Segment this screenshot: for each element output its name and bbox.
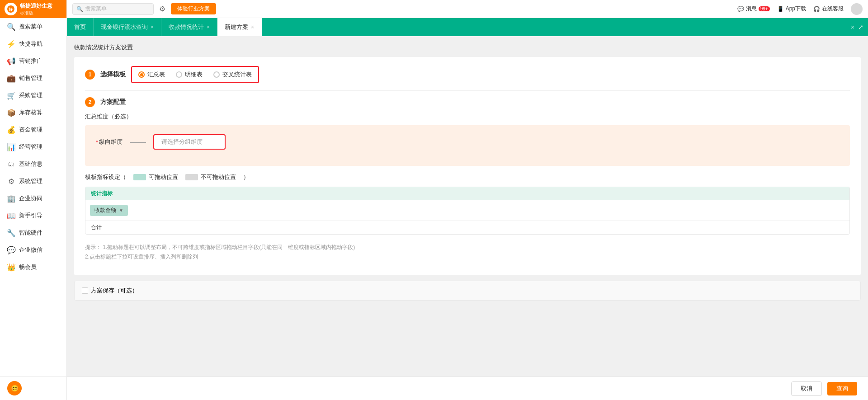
management-icon: 📊 [7, 143, 15, 151]
footer: 取消 查询 [67, 376, 868, 400]
step2-header: 2 方案配置 [85, 97, 850, 107]
bottom-save-section: 方案保存（可选） [74, 281, 861, 301]
tab-new-plan[interactable]: 新建方案 × [217, 18, 262, 36]
sidebar-item-basic[interactable]: 🗂 基础信息 [0, 155, 66, 173]
trial-button[interactable]: 体验行业方案 [171, 3, 216, 14]
dimension-section-label: 汇总维度（必选） [85, 113, 850, 121]
user-avatar: 😊 [7, 381, 22, 395]
save-checkbox-label: 方案保存（可选） [91, 287, 138, 295]
radio-detail[interactable]: 明细表 [176, 71, 203, 79]
tabs-bar: 首页 现金银行流水查询 × 收款情况统计 × 新建方案 × × ⤢ [67, 18, 868, 36]
logo-text: 畅捷通好生意 标准版 [20, 2, 52, 16]
tab-close-icon[interactable]: × [251, 24, 254, 30]
search-bar: 🔍 搜索菜单 [72, 3, 154, 15]
basic-icon: 🗂 [7, 160, 15, 168]
chevron-down-icon: ▼ [119, 208, 123, 213]
main-area: 🔍 搜索菜单 ⚙ 体验行业方案 💬 消息 99+ 📱 App下载 🎧 在线客服 … [67, 0, 868, 400]
message-button[interactable]: 💬 消息 99+ [737, 5, 770, 13]
sidebar-item-guide[interactable]: 📖 新手引导 [0, 207, 66, 224]
sidebar-item-label: 畅会员 [19, 263, 37, 271]
vertical-dimension-label: * 纵向维度 [96, 138, 123, 146]
user-avatar-topbar[interactable] [851, 3, 863, 15]
sidebar-item-wechat[interactable]: 💬 企业微信 [0, 241, 66, 259]
sidebar-item-inventory[interactable]: 📦 库存核算 [0, 104, 66, 121]
sidebar-item-label: 库存核算 [19, 108, 42, 117]
enterprise-icon: 🏢 [7, 194, 15, 202]
metrics-section-header: 统计指标 [85, 187, 849, 200]
save-checkbox-item[interactable]: 方案保存（可选） [82, 287, 138, 295]
guide-icon: 📖 [7, 212, 15, 220]
sidebar-item-label: 销售管理 [19, 74, 42, 82]
legend-draggable: 可拖动位置 [133, 173, 178, 181]
step1-circle: 1 [85, 70, 95, 80]
sidebar-item-label: 系统管理 [19, 177, 42, 185]
finance-icon: 💰 [7, 126, 15, 134]
sidebar-item-marketing[interactable]: 📢 营销推广 [0, 52, 66, 70]
tab-close-icon[interactable]: × [207, 24, 210, 30]
sidebar-item-hardware[interactable]: 🔧 智能硬件 [0, 224, 66, 241]
close-window-icon[interactable]: × [851, 24, 854, 31]
download-icon: 📱 [777, 6, 784, 12]
sidebar-item-label: 搜索菜单 [19, 23, 42, 31]
service-button[interactable]: 🎧 在线客服 [813, 5, 844, 13]
cancel-button[interactable]: 取消 [791, 381, 822, 396]
tab-home[interactable]: 首页 [67, 18, 94, 36]
tips-area: 提示： 1.拖动标题栏可以调整布局，不可跨维度或指标区域拖动栏目字段(只能在同一… [85, 240, 850, 266]
save-checkbox[interactable] [82, 287, 88, 294]
required-mark: * [96, 139, 98, 146]
settings-icon[interactable]: ⚙ [159, 5, 165, 13]
sidebar-item-sales[interactable]: 💼 销售管理 [0, 70, 66, 87]
system-icon: ⚙ [7, 177, 15, 185]
service-icon: 🎧 [813, 6, 820, 12]
sidebar-item-finance[interactable]: 💰 资金管理 [0, 121, 66, 138]
sales-icon: 💼 [7, 74, 15, 82]
inventory-icon: 📦 [7, 108, 15, 117]
not-draggable-legend-box [185, 174, 198, 180]
radio-cross[interactable]: 交叉统计表 [213, 71, 252, 79]
topbar: 🔍 搜索菜单 ⚙ 体验行业方案 💬 消息 99+ 📱 App下载 🎧 在线客服 [67, 0, 868, 18]
radio-summary[interactable]: 汇总表 [138, 71, 165, 79]
tab-payment-stats[interactable]: 收款情况统计 × [161, 18, 217, 36]
purchase-icon: 🛒 [7, 91, 15, 99]
dimension-select[interactable]: 请选择分组维度 [153, 134, 226, 150]
sidebar-item-label: 企业协同 [19, 194, 42, 202]
dimension-area: * 纵向维度 —— 请选择分组维度 [85, 125, 850, 166]
sidebar-item-label: 资金管理 [19, 126, 42, 134]
sidebar-item-system[interactable]: ⚙ 系统管理 [0, 173, 66, 190]
radio-dot-detail [176, 71, 182, 78]
sidebar-item-purchase[interactable]: 🛒 采购管理 [0, 87, 66, 104]
wechat-icon: 💬 [7, 246, 15, 254]
sidebar-item-label: 采购管理 [19, 91, 42, 99]
query-button[interactable]: 查询 [827, 382, 857, 395]
search-icon: 🔍 [7, 23, 15, 31]
message-badge: 99+ [759, 6, 770, 11]
download-button[interactable]: 📱 App下载 [777, 5, 806, 13]
metrics-title-end: ） [243, 173, 249, 181]
draggable-legend-box [133, 174, 146, 180]
step1-title: 选择模板 [100, 71, 126, 79]
tab-bank-flow[interactable]: 现金银行流水查询 × [94, 18, 161, 36]
marketing-icon: 📢 [7, 57, 15, 65]
message-icon: 💬 [737, 6, 744, 12]
metric-chip-amount[interactable]: 收款金额 ▼ [90, 205, 128, 216]
metrics-header: 模板指标设定（ 可拖动位置 不可拖动位置 ） [85, 173, 850, 181]
tab-close-icon[interactable]: × [151, 24, 154, 30]
quick-nav-icon: ⚡ [7, 40, 15, 48]
sidebar-bottom: 😊 [0, 376, 66, 400]
step1-header: 1 选择模板 汇总表 明细表 交叉统计表 [85, 66, 850, 83]
dimension-row: * 纵向维度 —— 请选择分组维度 [96, 134, 839, 150]
sidebar-item-search[interactable]: 🔍 搜索菜单 [0, 18, 66, 35]
sidebar-item-label: 智能硬件 [19, 229, 42, 237]
metrics-table: 统计指标 收款金额 ▼ 合计 [85, 187, 850, 235]
main-card: 1 选择模板 汇总表 明细表 交叉统计表 [74, 57, 861, 275]
step2-title: 方案配置 [100, 98, 126, 106]
sidebar-item-management[interactable]: 📊 经营管理 [0, 138, 66, 155]
sidebar-item-quick-nav[interactable]: ⚡ 快捷导航 [0, 35, 66, 52]
sidebar-item-enterprise[interactable]: 🏢 企业协同 [0, 190, 66, 207]
sidebar-item-member[interactable]: 👑 畅会员 [0, 259, 66, 276]
expand-window-icon[interactable]: ⤢ [858, 24, 863, 31]
radio-label-detail: 明细表 [185, 71, 203, 79]
member-icon: 👑 [7, 263, 15, 271]
hardware-icon: 🔧 [7, 229, 15, 237]
radio-label-cross: 交叉统计表 [222, 71, 252, 79]
